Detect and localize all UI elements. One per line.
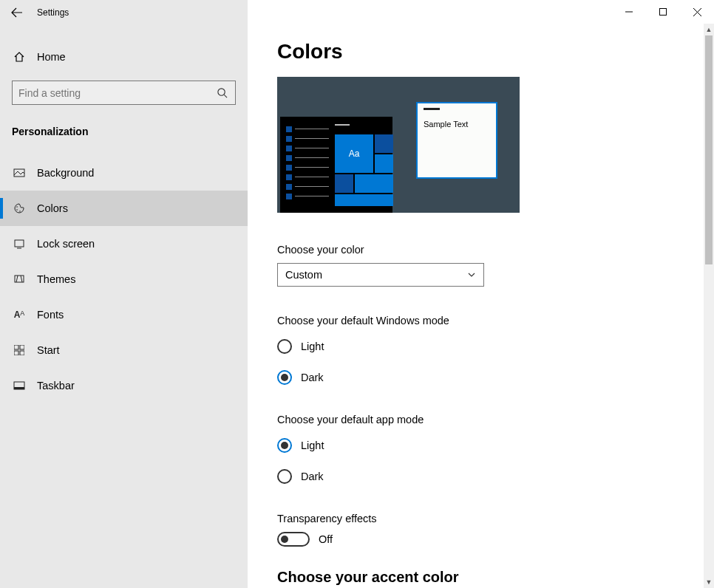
windows-mode-label: Choose your default Windows mode xyxy=(277,315,674,327)
transparency-toggle[interactable] xyxy=(277,532,310,547)
app-mode-light[interactable]: Light xyxy=(277,434,674,457)
page-title: Colors xyxy=(277,40,674,64)
svg-rect-10 xyxy=(20,345,24,349)
home-icon xyxy=(12,51,27,63)
radio-icon xyxy=(277,438,292,453)
preview-sample-text: Sample Text xyxy=(424,120,468,129)
preview-tile-aa: Aa xyxy=(335,134,373,173)
window-title: Settings xyxy=(34,7,69,18)
radio-label: Light xyxy=(301,341,324,352)
app-mode-dark[interactable]: Dark xyxy=(277,465,674,488)
lockscreen-icon xyxy=(12,238,27,250)
svg-line-1 xyxy=(224,95,227,98)
scrollbar-thumb[interactable] xyxy=(705,35,713,264)
category-header: Personalization xyxy=(12,126,236,137)
main-content: Colors Aa Sample Text xyxy=(248,24,704,588)
svg-rect-9 xyxy=(14,345,18,349)
svg-rect-14 xyxy=(14,387,24,389)
windows-mode-light[interactable]: Light xyxy=(277,335,674,358)
sidebar-item-label: Background xyxy=(37,167,94,179)
sidebar-home-label: Home xyxy=(37,51,66,63)
palette-icon xyxy=(12,202,27,214)
svg-point-3 xyxy=(16,206,18,208)
accent-color-heading: Choose your accent color xyxy=(277,569,674,586)
sidebar-home[interactable]: Home xyxy=(12,42,236,72)
back-button[interactable] xyxy=(0,0,34,24)
sidebar-item-background[interactable]: Background xyxy=(0,155,248,191)
sidebar-item-label: Start xyxy=(37,344,60,356)
svg-rect-11 xyxy=(14,351,18,355)
sidebar-item-lockscreen[interactable]: Lock screen xyxy=(0,226,248,261)
svg-rect-6 xyxy=(15,240,24,247)
app-mode-group: Light Dark xyxy=(277,434,674,488)
sidebar-item-fonts[interactable]: AA Fonts xyxy=(0,297,248,332)
radio-label: Dark xyxy=(301,471,324,482)
chevron-down-icon xyxy=(467,270,476,279)
color-mode-value: Custom xyxy=(285,269,322,281)
svg-rect-16 xyxy=(660,9,667,16)
sidebar: Settings Home Personalization Background xyxy=(0,0,248,588)
color-preview: Aa Sample Text xyxy=(277,77,520,213)
search-box[interactable] xyxy=(12,81,236,105)
color-mode-dropdown[interactable]: Custom xyxy=(277,263,484,287)
themes-icon xyxy=(12,273,27,285)
transparency-state: Off xyxy=(319,533,333,545)
main-area: Colors Aa Sample Text xyxy=(248,0,714,588)
transparency-toggle-row: Off xyxy=(277,532,674,547)
sidebar-item-label: Taskbar xyxy=(37,380,75,392)
sidebar-item-label: Colors xyxy=(37,202,68,214)
sidebar-content: Home Personalization Background Colors xyxy=(0,24,248,403)
start-icon xyxy=(12,345,27,355)
sidebar-item-taskbar[interactable]: Taskbar xyxy=(0,368,248,403)
fonts-icon: AA xyxy=(12,310,27,320)
app-mode-label: Choose your default app mode xyxy=(277,414,674,425)
svg-point-4 xyxy=(16,209,18,211)
maximize-icon xyxy=(659,8,667,16)
close-icon xyxy=(693,8,701,16)
minimize-button[interactable] xyxy=(612,0,646,24)
sidebar-item-label: Fonts xyxy=(37,309,64,321)
radio-icon xyxy=(277,370,292,385)
taskbar-icon xyxy=(12,381,27,390)
preview-app-window: Sample Text xyxy=(416,102,497,179)
scroll-down-icon[interactable]: ▼ xyxy=(704,576,714,588)
windows-mode-dark[interactable]: Dark xyxy=(277,366,674,389)
arrow-left-icon xyxy=(11,7,23,18)
choose-color-label: Choose your color xyxy=(277,244,674,256)
window-controls xyxy=(612,0,714,24)
titlebar-left: Settings xyxy=(0,0,248,24)
vertical-scrollbar[interactable]: ▲ ▼ xyxy=(704,24,714,588)
scroll-up-icon[interactable]: ▲ xyxy=(704,24,714,35)
sidebar-item-colors[interactable]: Colors xyxy=(0,191,248,226)
picture-icon xyxy=(12,167,27,179)
close-button[interactable] xyxy=(680,0,714,24)
windows-mode-group: Light Dark xyxy=(277,335,674,389)
search-icon xyxy=(217,87,228,101)
radio-icon xyxy=(277,469,292,484)
minimize-icon xyxy=(625,8,633,16)
nav-list: Background Colors Lock screen Themes AA … xyxy=(0,155,248,403)
sidebar-item-label: Lock screen xyxy=(37,238,95,250)
maximize-button[interactable] xyxy=(646,0,680,24)
radio-icon xyxy=(277,339,292,354)
sidebar-item-start[interactable]: Start xyxy=(0,332,248,368)
preview-taskbar: Aa xyxy=(280,117,392,213)
svg-rect-12 xyxy=(20,351,24,355)
radio-label: Dark xyxy=(301,372,324,383)
settings-window: Settings Home Personalization Background xyxy=(0,0,714,588)
svg-point-0 xyxy=(218,89,225,95)
radio-label: Light xyxy=(301,440,324,451)
sidebar-item-themes[interactable]: Themes xyxy=(0,261,248,297)
preview-start-tiles: Aa xyxy=(335,134,394,208)
sidebar-item-label: Themes xyxy=(37,273,75,285)
transparency-label: Transparency effects xyxy=(277,513,674,524)
svg-point-5 xyxy=(19,211,21,212)
preview-app-list xyxy=(286,126,329,208)
search-input[interactable] xyxy=(18,87,229,99)
